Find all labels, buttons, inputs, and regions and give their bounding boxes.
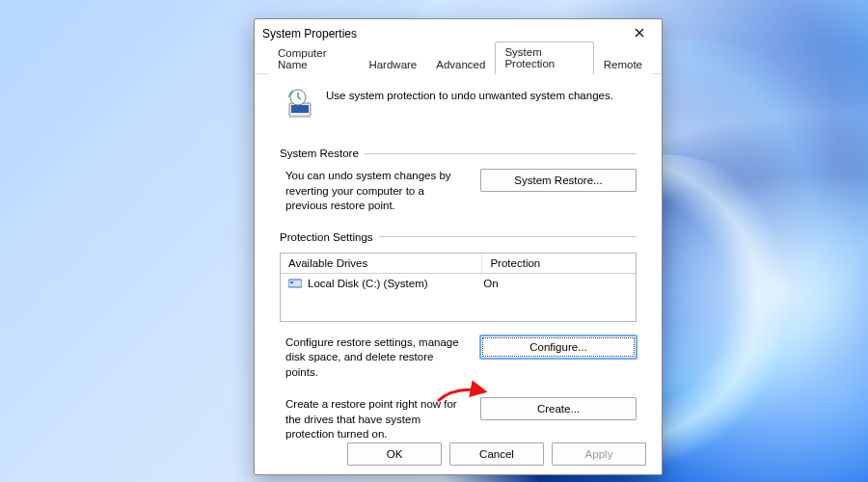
tab-advanced[interactable]: Advanced	[426, 54, 495, 74]
group-label-system-restore: System Restore	[280, 147, 359, 159]
drives-table[interactable]: Available Drives Protection Local Disk (…	[280, 253, 637, 322]
tab-hardware[interactable]: Hardware	[359, 54, 426, 74]
apply-button-label: Apply	[585, 448, 613, 460]
drive-icon	[288, 278, 302, 289]
configure-desc: Configure restore settings, manage disk …	[285, 335, 469, 381]
window-title: System Properties	[262, 27, 357, 40]
tab-system-protection[interactable]: System Protection	[495, 41, 593, 74]
tab-computer-name[interactable]: Computer Name	[268, 42, 359, 74]
col-header-protection: Protection	[482, 254, 636, 273]
intro-text: Use system protection to undo unwanted s…	[326, 88, 613, 101]
configure-button[interactable]: Configure...	[480, 335, 637, 359]
system-restore-button-label: System Restore...	[514, 174, 602, 186]
system-protection-icon	[284, 88, 316, 120]
apply-button: Apply	[552, 442, 646, 466]
col-header-drives: Available Drives	[281, 254, 482, 273]
dialog-button-row: OK Cancel Apply	[255, 434, 662, 474]
drive-name: Local Disk (C:) (System)	[308, 278, 428, 289]
create-button[interactable]: Create...	[480, 397, 637, 420]
system-properties-dialog: System Properties Computer Name Hardware…	[254, 18, 663, 475]
svg-rect-1	[291, 105, 309, 113]
ok-button-label: OK	[387, 448, 403, 460]
close-icon	[635, 27, 644, 40]
drive-protection-status: On	[483, 278, 628, 289]
ok-button[interactable]: OK	[347, 442, 442, 466]
table-row[interactable]: Local Disk (C:) (System) On	[281, 274, 636, 293]
tab-remote[interactable]: Remote	[594, 54, 652, 74]
system-restore-button[interactable]: System Restore...	[480, 169, 637, 192]
cancel-button[interactable]: Cancel	[449, 442, 544, 466]
system-restore-desc: You can undo system changes by reverting…	[285, 169, 469, 214]
create-button-label: Create...	[537, 403, 580, 415]
configure-button-label: Configure...	[529, 341, 586, 353]
tab-strip: Computer Name Hardware Advanced System P…	[255, 48, 662, 74]
close-button[interactable]	[625, 19, 654, 48]
svg-rect-4	[290, 281, 293, 283]
cancel-button-label: Cancel	[479, 448, 514, 460]
tab-panel-system-protection: Use system protection to undo unwanted s…	[255, 74, 662, 456]
group-label-protection-settings: Protection Settings	[280, 231, 373, 243]
